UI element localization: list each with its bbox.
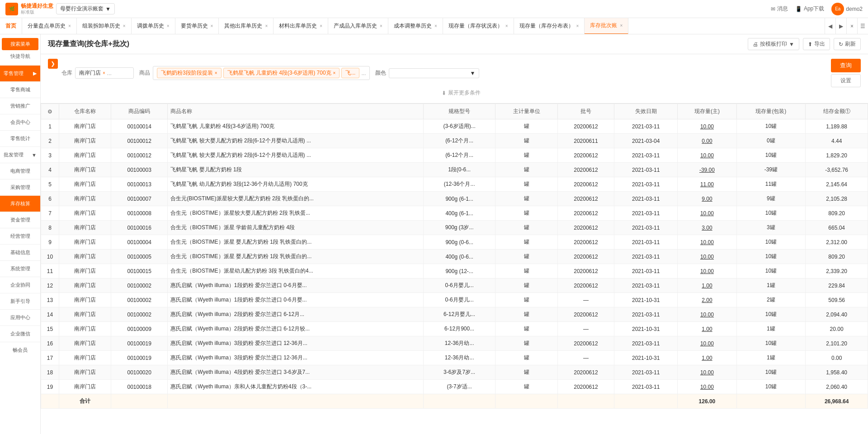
sidebar-item-app-center[interactable]: 应用中心: [0, 309, 40, 326]
row-qty-main[interactable]: 1.00: [678, 351, 736, 365]
close-icon[interactable]: ×: [211, 24, 213, 28]
sidebar-item-collab[interactable]: 企业协同: [0, 277, 40, 293]
row-code: 00100015: [111, 264, 168, 278]
row-qty-main[interactable]: 2.00: [678, 293, 736, 307]
tab-cai-liao[interactable]: 材料出库单历史 ×: [274, 18, 328, 34]
tab-yao-huo[interactable]: 要货单历史 ×: [175, 18, 219, 34]
sidebar-item-retail-shop[interactable]: 零售商城: [0, 81, 40, 98]
sidebar-item-system[interactable]: 系统管理: [0, 260, 40, 277]
warehouse-ellipsis[interactable]: ...: [107, 70, 112, 76]
sidebar-item-inventory[interactable]: 库存核算: [0, 195, 40, 212]
sidebar-item-corp-wechat[interactable]: 企业微信: [0, 326, 40, 342]
tab-zu-chai[interactable]: 组装拆卸单历史 ×: [77, 18, 132, 34]
sidebar-item-member-prog[interactable]: 畅会员: [0, 342, 40, 358]
row-qty-main[interactable]: 0.00: [678, 134, 736, 148]
tab-fen-bu[interactable]: 现存量（库存分布表） ×: [514, 18, 585, 34]
row-qty-main[interactable]: 10.00: [678, 307, 736, 322]
close-icon[interactable]: ×: [167, 24, 170, 28]
col-settings[interactable]: ⚙: [41, 104, 59, 119]
sidebar-item-retail-mgmt[interactable]: 零售管理 ▶: [0, 65, 40, 81]
row-spec: 1段(0-6...: [424, 163, 495, 177]
row-name: 惠氏启赋（Wyeth illuma）亲和人体儿童配方奶粉4段（3-...: [168, 380, 424, 394]
remove-product-2-btn[interactable]: ×: [333, 71, 336, 75]
row-code: 00100014: [111, 119, 168, 134]
row-qty-main[interactable]: 10.00: [678, 235, 736, 250]
expand-more-btn[interactable]: ⬇ 展开更多条件: [61, 87, 861, 99]
sidebar-item-finance[interactable]: 资金管理: [0, 212, 40, 228]
tab-ku-zhuang[interactable]: 现存量（库存状况表） ×: [443, 18, 514, 34]
nav-next-btn[interactable]: ▶: [835, 18, 846, 34]
table-container[interactable]: ⚙ 仓库名称 商品编码 商品名称 规格型号 主计量单位 批号 失效日期 现存量(…: [41, 104, 868, 434]
tab-fen-pan[interactable]: 分量盘点单历史 ×: [22, 18, 77, 34]
close-icon[interactable]: ×: [320, 24, 322, 28]
tab-pi-ci[interactable]: 库存批次账 ×: [585, 18, 628, 34]
close-icon[interactable]: ×: [434, 24, 437, 28]
tab-home[interactable]: 首页: [0, 18, 22, 34]
sidebar-item-ops[interactable]: 经营管理: [0, 228, 40, 244]
nav-menu-btn[interactable]: ☰: [857, 18, 868, 34]
close-icon[interactable]: ×: [620, 23, 623, 28]
sidebar-item-base[interactable]: 基础信息: [0, 244, 40, 260]
row-expire: 2021-03-11: [614, 206, 678, 221]
row-qty-main[interactable]: 11.00: [678, 177, 736, 192]
row-qty-main[interactable]: 10.00: [678, 336, 736, 351]
row-no: 8: [41, 221, 59, 235]
message-btn[interactable]: ✉ 消息: [771, 5, 788, 13]
refresh-btn[interactable]: ↻ 刷新: [834, 38, 861, 50]
print-btn[interactable]: 🖨 按模板打印 ▼: [748, 38, 799, 50]
sidebar-item-newbie[interactable]: 新手引导: [0, 293, 40, 309]
quick-nav-btn[interactable]: 快捷导航: [2, 51, 38, 61]
close-icon[interactable]: ×: [68, 24, 71, 28]
row-amount: 2,312.00: [806, 235, 868, 250]
sidebar-item-marketing[interactable]: 营销推广: [0, 98, 40, 114]
logo-icon: 🌿: [5, 3, 18, 15]
search-btn[interactable]: 查询: [831, 59, 861, 72]
tab-tiao-bo[interactable]: 调拨单历史 ×: [132, 18, 175, 34]
row-expire: 2021-03-11: [614, 336, 678, 351]
row-qty-main[interactable]: 10.00: [678, 380, 736, 394]
tab-qi-ta-chu[interactable]: 其他出库单历史 ×: [219, 18, 274, 34]
sidebar-top: 搜索菜单 快捷导航: [0, 34, 40, 65]
app-download-btn[interactable]: 📱 App下载: [795, 5, 824, 13]
close-icon[interactable]: ×: [505, 24, 508, 28]
row-warehouse: 南岸门店: [59, 134, 111, 148]
setting-btn[interactable]: 设置: [831, 74, 861, 87]
sidebar-item-wholesale[interactable]: 批发管理 ▼: [0, 146, 40, 163]
row-qty-main[interactable]: 10.00: [678, 264, 736, 278]
row-qty-main[interactable]: 10.00: [678, 119, 736, 134]
row-qty-main[interactable]: 10.00: [678, 206, 736, 221]
row-qty-main[interactable]: -39.00: [678, 163, 736, 177]
close-icon[interactable]: ×: [380, 24, 382, 28]
row-qty-main[interactable]: 9.00: [678, 192, 736, 206]
row-qty-main[interactable]: 3.00: [678, 221, 736, 235]
toggle-filter-btn[interactable]: ❯: [48, 59, 58, 69]
close-icon[interactable]: ×: [265, 24, 268, 28]
remove-product-1-btn[interactable]: ×: [215, 71, 217, 75]
company-selector[interactable]: 母婴行业演示账套 ▼: [56, 3, 115, 14]
nav-prev-btn[interactable]: ◀: [825, 18, 835, 34]
remove-warehouse-btn[interactable]: ×: [103, 71, 105, 75]
row-no: 18: [41, 365, 59, 380]
row-code: 00100016: [111, 221, 168, 235]
row-qty-main[interactable]: 10.00: [678, 365, 736, 380]
product-ellipsis[interactable]: ...: [361, 70, 366, 76]
tab-cheng-ben[interactable]: 成本调整单历史 ×: [388, 18, 443, 34]
row-spec: (12-36个月...: [424, 177, 495, 192]
row-qty-main[interactable]: 10.00: [678, 250, 736, 264]
sidebar-item-member[interactable]: 会员中心: [0, 114, 40, 130]
close-icon[interactable]: ×: [576, 24, 579, 28]
row-name: 惠氏启赋（Wyeth illuma）1段奶粉 爱尔兰进口 0-6月婴...: [168, 278, 424, 293]
close-icon[interactable]: ×: [123, 24, 126, 28]
tab-chan-pin[interactable]: 产成品入库单历史 ×: [328, 18, 388, 34]
row-qty-main[interactable]: 10.00: [678, 148, 736, 163]
search-menu-btn[interactable]: 搜索菜单: [2, 38, 38, 50]
sidebar-item-ecommerce[interactable]: 电商管理: [0, 163, 40, 179]
sidebar-item-retail-stats[interactable]: 零售统计: [0, 130, 40, 146]
nav-close-btn[interactable]: ×: [846, 18, 857, 34]
row-qty-main[interactable]: 1.00: [678, 322, 736, 336]
col-qty-main: 现存量(主): [678, 104, 736, 119]
sidebar-item-purchase[interactable]: 采购管理: [0, 179, 40, 195]
export-btn[interactable]: ⬆ 导出: [803, 38, 830, 50]
row-qty-main[interactable]: 1.00: [678, 278, 736, 293]
user-area[interactable]: Ea demo2: [831, 3, 863, 15]
